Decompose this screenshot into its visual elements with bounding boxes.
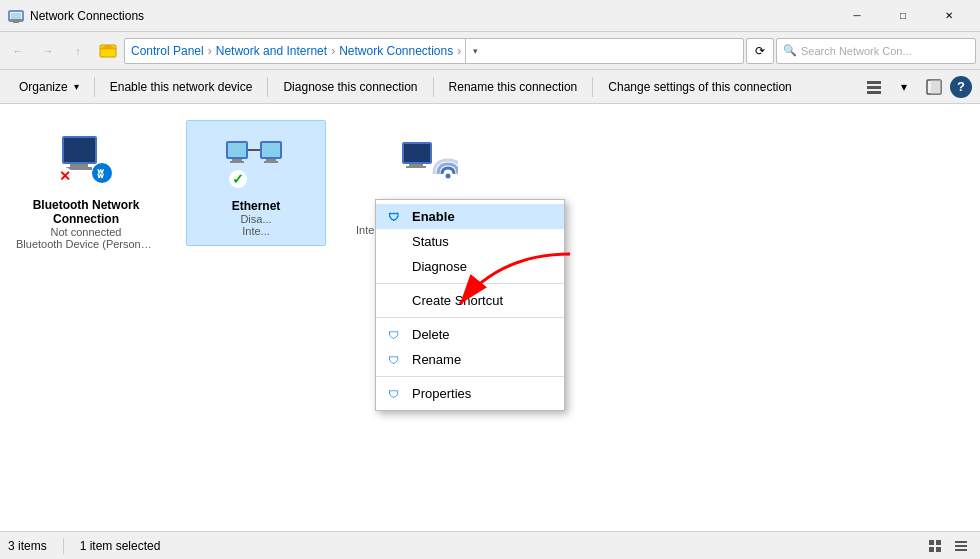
svg-rect-41: [955, 545, 967, 547]
bluetooth-info: Bluetooth Network Connection Not connect…: [16, 198, 156, 250]
toolbar-sep-1: [94, 77, 95, 97]
status-view-large[interactable]: [924, 535, 946, 557]
svg-rect-32: [409, 164, 423, 166]
svg-rect-36: [929, 540, 934, 545]
organize-button[interactable]: Organize ▾: [8, 73, 90, 101]
window-title: Network Connections: [30, 9, 834, 23]
svg-rect-8: [867, 91, 881, 94]
toolbar-right: ▾ ?: [860, 73, 972, 101]
ctx-diagnose[interactable]: Diagnose: [376, 254, 564, 279]
breadcrumb[interactable]: Control Panel › Network and Internet › N…: [124, 38, 744, 64]
svg-rect-38: [929, 547, 934, 552]
svg-rect-33: [406, 166, 426, 168]
ethernet-icon-container: ✓: [224, 129, 288, 193]
close-button[interactable]: ✕: [926, 0, 972, 32]
ctx-sep-1: [376, 283, 564, 284]
bluetooth-device: Bluetooth Device (Personal Ar...: [16, 238, 156, 250]
svg-rect-26: [264, 161, 278, 163]
organize-dropdown-icon: ▾: [74, 81, 79, 92]
svg-rect-13: [70, 164, 88, 167]
svg-rect-2: [9, 19, 23, 21]
bluetooth-icon-container: ʬ ✕: [54, 128, 118, 192]
ethernet-device: Inte...: [232, 225, 281, 237]
ctx-delete[interactable]: 🛡 Delete: [376, 322, 564, 347]
view-options-button[interactable]: [860, 73, 888, 101]
selected-count: 1 item selected: [80, 539, 161, 553]
ctx-rename[interactable]: 🛡 Rename: [376, 347, 564, 372]
svg-text:ʬ: ʬ: [97, 166, 104, 181]
bluetooth-status: Not connected: [16, 226, 156, 238]
svg-text:✕: ✕: [59, 168, 71, 184]
help-button[interactable]: ?: [950, 76, 972, 98]
ctx-sep-2: [376, 317, 564, 318]
svg-rect-10: [931, 80, 941, 94]
ctx-status[interactable]: Status: [376, 229, 564, 254]
svg-rect-39: [936, 547, 941, 552]
breadcrumb-dropdown[interactable]: ▾: [465, 38, 485, 64]
breadcrumb-network-internet[interactable]: Network and Internet: [216, 44, 327, 58]
svg-rect-22: [230, 161, 244, 163]
bluetooth-network-icon: ʬ ✕: [54, 128, 118, 192]
refresh-button[interactable]: ⟳: [746, 38, 774, 64]
svg-rect-24: [262, 143, 280, 157]
svg-rect-20: [228, 143, 246, 157]
shield-icon-properties: 🛡: [388, 388, 399, 400]
ctx-create-shortcut[interactable]: Create Shortcut: [376, 288, 564, 313]
diagnose-button[interactable]: Diagnose this connection: [272, 73, 428, 101]
toolbar-sep-3: [433, 77, 434, 97]
status-sep: [63, 538, 64, 554]
forward-button[interactable]: →: [34, 37, 62, 65]
ctx-properties[interactable]: 🛡 Properties: [376, 381, 564, 406]
rename-button[interactable]: Rename this connection: [438, 73, 589, 101]
search-box[interactable]: 🔍 Search Network Con...: [776, 38, 976, 64]
window-controls: ─ □ ✕: [834, 0, 972, 32]
search-placeholder: Search Network Con...: [801, 45, 912, 57]
search-icon: 🔍: [783, 44, 797, 57]
connections-area: ʬ ✕ Bluetooth Network Connection Not con…: [0, 104, 980, 531]
svg-rect-42: [955, 549, 967, 551]
hide-pane-button[interactable]: [920, 73, 948, 101]
status-view-list[interactable]: [950, 535, 972, 557]
back-button[interactable]: ←: [4, 37, 32, 65]
main-content: ʬ ✕ Bluetooth Network Connection Not con…: [0, 104, 980, 531]
change-settings-button[interactable]: Change settings of this connection: [597, 73, 802, 101]
breadcrumb-network-connections[interactable]: Network Connections: [339, 44, 453, 58]
ethernet-name: Ethernet: [232, 199, 281, 213]
breadcrumb-control-panel[interactable]: Control Panel: [131, 44, 204, 58]
ethernet-status: Disa...: [232, 213, 281, 225]
toolbar: Organize ▾ Enable this network device Di…: [0, 70, 980, 104]
svg-rect-1: [11, 13, 21, 19]
svg-rect-6: [867, 81, 881, 84]
svg-text:✓: ✓: [232, 171, 244, 187]
bluetooth-connection-item[interactable]: ʬ ✕ Bluetooth Network Connection Not con…: [16, 120, 156, 258]
shield-icon-enable: 🛡: [388, 211, 399, 223]
statusbar-view-controls: [924, 535, 972, 557]
ethernet-info: Ethernet Disa... Inte...: [232, 199, 281, 237]
svg-rect-7: [867, 86, 881, 89]
svg-rect-3: [13, 21, 19, 23]
up-button[interactable]: ↑: [64, 37, 92, 65]
svg-rect-12: [64, 138, 95, 162]
enable-device-button[interactable]: Enable this network device: [99, 73, 264, 101]
items-count: 3 items: [8, 539, 47, 553]
svg-point-34: [446, 174, 451, 179]
location-icon: [94, 37, 122, 65]
svg-rect-31: [404, 144, 430, 162]
ctx-enable[interactable]: 🛡 Enable: [376, 204, 564, 229]
maximize-button[interactable]: □: [880, 0, 926, 32]
wifi-icon: [394, 128, 458, 192]
svg-rect-21: [232, 159, 242, 161]
ethernet-icon: ✓: [224, 129, 288, 193]
view-dropdown-button[interactable]: ▾: [890, 73, 918, 101]
ethernet-connection-item[interactable]: ✓ Ethernet Disa... Inte...: [186, 120, 326, 246]
wifi-icon-container: [394, 128, 458, 192]
ctx-sep-3: [376, 376, 564, 377]
titlebar: Network Connections ─ □ ✕: [0, 0, 980, 32]
toolbar-sep-4: [592, 77, 593, 97]
context-menu: 🛡 Enable Status Diagnose Create Shortcut…: [375, 199, 565, 411]
svg-rect-37: [936, 540, 941, 545]
bluetooth-name: Bluetooth Network Connection: [16, 198, 156, 226]
statusbar: 3 items 1 item selected: [0, 531, 980, 559]
minimize-button[interactable]: ─: [834, 0, 880, 32]
svg-rect-25: [266, 159, 276, 161]
